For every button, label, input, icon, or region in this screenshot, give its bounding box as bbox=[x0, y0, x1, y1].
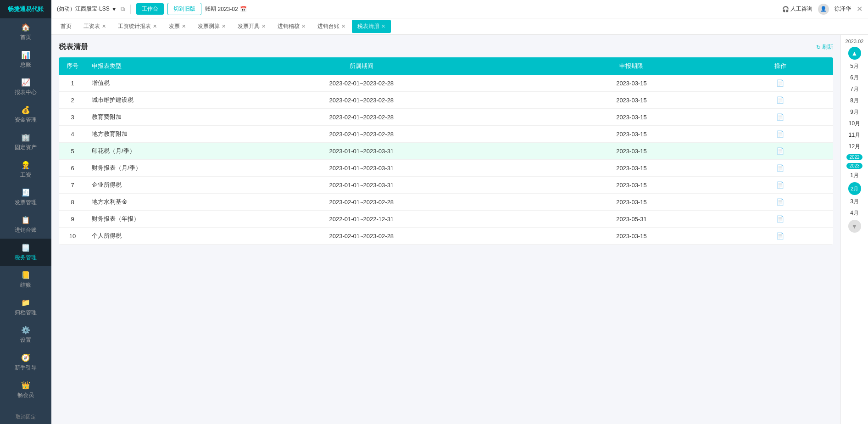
cell-op[interactable]: 📄 bbox=[727, 126, 833, 143]
tab-salary-table-label: 工资表 bbox=[83, 22, 100, 30]
op-icon[interactable]: 📄 bbox=[776, 198, 784, 206]
tab-close-icon[interactable]: ✕ bbox=[222, 23, 226, 29]
cell-op[interactable]: 📄 bbox=[727, 177, 833, 194]
tab-close-icon[interactable]: ✕ bbox=[102, 23, 106, 29]
sidebar-item-report[interactable]: 📈 报表中心 bbox=[0, 73, 51, 101]
month-11[interactable]: 11月 bbox=[843, 129, 866, 141]
page-main: 税表清册 ↻ 刷新 序号 申报表类型 所属期间 申报期限 操作 bbox=[51, 35, 840, 424]
op-icon[interactable]: 📄 bbox=[776, 130, 784, 138]
tab-close-icon[interactable]: ✕ bbox=[341, 23, 345, 29]
month-8[interactable]: 8月 bbox=[843, 95, 866, 106]
month-1[interactable]: 1月 bbox=[843, 170, 866, 181]
username-display[interactable]: 徐泽华 bbox=[835, 5, 851, 13]
workbench-button[interactable]: 工作台 bbox=[136, 3, 164, 15]
app-logo: 畅捷通易代账 bbox=[0, 0, 51, 18]
cell-no: 3 bbox=[59, 109, 86, 126]
tab-home[interactable]: 首页 bbox=[55, 20, 77, 33]
period-label: 账期 bbox=[205, 5, 216, 13]
month-12[interactable]: 12月 bbox=[843, 141, 866, 152]
refresh-button[interactable]: ↻ 刷新 bbox=[816, 43, 833, 51]
cell-op[interactable]: 📄 bbox=[727, 194, 833, 211]
sidebar-item-tax[interactable]: 🗒️ 税务管理 bbox=[0, 239, 51, 266]
op-icon[interactable]: 📄 bbox=[776, 113, 784, 121]
op-icon[interactable]: 📄 bbox=[776, 181, 784, 189]
user-avatar[interactable]: 👤 bbox=[818, 4, 829, 15]
month-6[interactable]: 6月 bbox=[843, 72, 866, 84]
tab-close-icon[interactable]: ✕ bbox=[262, 23, 266, 29]
tab-tax-register[interactable]: 税表清册 ✕ bbox=[352, 20, 391, 33]
cell-op[interactable]: 📄 bbox=[727, 92, 833, 109]
month-3[interactable]: 3月 bbox=[843, 196, 866, 207]
op-icon[interactable]: 📄 bbox=[776, 79, 784, 87]
cell-op[interactable]: 📄 bbox=[727, 211, 833, 228]
sidebar-item-close-account[interactable]: 📒 结账 bbox=[0, 266, 51, 294]
purchase-sales-icon: 📋 bbox=[21, 216, 30, 224]
cell-op[interactable]: 📄 bbox=[727, 109, 833, 126]
op-icon[interactable]: 📄 bbox=[776, 147, 784, 155]
tab-close-icon[interactable]: ✕ bbox=[381, 23, 385, 29]
tab-salary-stats[interactable]: 工资统计报表 ✕ bbox=[112, 20, 162, 33]
tab-invoice[interactable]: 发票 ✕ bbox=[163, 20, 191, 33]
tab-invoice-issue[interactable]: 发票开具 ✕ bbox=[232, 20, 271, 33]
tab-salary-table[interactable]: 工资表 ✕ bbox=[78, 20, 111, 33]
active-month-2[interactable]: 2月 bbox=[848, 182, 861, 195]
company-name: (勿动）江西股宝-LSS bbox=[57, 5, 110, 13]
unpin-button[interactable]: 取消固定 bbox=[0, 410, 51, 424]
sidebar-item-salary[interactable]: 👷 工资 bbox=[0, 156, 51, 184]
op-icon[interactable]: 📄 bbox=[776, 164, 784, 172]
sidebar-item-purchase-sales[interactable]: 📋 进销台账 bbox=[0, 211, 51, 239]
sidebar-item-ledger[interactable]: 📊 总账 bbox=[0, 46, 51, 73]
sidebar-item-guide[interactable]: 🧭 新手引导 bbox=[0, 349, 51, 376]
ai-consult-button[interactable]: 🎧 人工咨询 bbox=[782, 5, 812, 13]
copy-icon[interactable]: ⧉ bbox=[121, 6, 125, 13]
tabbar: 首页 工资表 ✕ 工资统计报表 ✕ 发票 ✕ 发票测算 ✕ 发票开具 ✕ 进销稽… bbox=[51, 18, 868, 35]
sidebar-item-label: 资金管理 bbox=[15, 116, 37, 124]
month-7[interactable]: 7月 bbox=[843, 84, 866, 95]
sidebar-item-invoice[interactable]: 🧾 发票管理 bbox=[0, 184, 51, 211]
tab-purchase-check[interactable]: 进销稽核 ✕ bbox=[272, 20, 311, 33]
table-row: 10 个人所得税 2023-02-01~2023-02-28 2023-03-1… bbox=[59, 228, 833, 245]
table-header: 序号 申报表类型 所属期间 申报期限 操作 bbox=[59, 57, 833, 75]
table-row: 9 财务报表（年报） 2022-01-01~2022-12-31 2023-05… bbox=[59, 211, 833, 228]
switch-version-button[interactable]: 切到旧版 bbox=[167, 3, 201, 15]
sidebar-item-funds[interactable]: 💰 资金管理 bbox=[0, 101, 51, 128]
table-row: 4 地方教育附加 2023-02-01~2023-02-28 2023-03-1… bbox=[59, 126, 833, 143]
tab-close-icon[interactable]: ✕ bbox=[153, 23, 157, 29]
cell-op[interactable]: 📄 bbox=[727, 143, 833, 160]
month-9[interactable]: 9月 bbox=[843, 106, 866, 118]
month-10[interactable]: 10月 bbox=[843, 118, 866, 129]
sidebar-item-assets[interactable]: 🏢 固定资产 bbox=[0, 128, 51, 156]
cell-no: 4 bbox=[59, 126, 86, 143]
sidebar-item-archive[interactable]: 📁 归档管理 bbox=[0, 294, 51, 321]
table-row: 8 地方水利基金 2023-02-01~2023-02-28 2023-03-1… bbox=[59, 194, 833, 211]
cell-no: 9 bbox=[59, 211, 86, 228]
cell-op[interactable]: 📄 bbox=[727, 75, 833, 92]
col-header-period: 所属期间 bbox=[187, 57, 536, 75]
sidebar-item-label: 发票管理 bbox=[15, 199, 37, 206]
sidebar-item-settings[interactable]: ⚙️ 设置 bbox=[0, 321, 51, 349]
month-5[interactable]: 5月 bbox=[843, 61, 866, 72]
op-icon[interactable]: 📄 bbox=[776, 96, 784, 104]
date-panel-up-button[interactable]: ▲ bbox=[848, 47, 861, 60]
op-icon[interactable]: 📄 bbox=[776, 232, 784, 240]
cell-deadline: 2023-05-31 bbox=[536, 211, 728, 228]
company-dropdown-icon: ▼ bbox=[111, 6, 117, 12]
date-panel-down-button[interactable]: ▼ bbox=[848, 220, 861, 233]
cell-no: 6 bbox=[59, 160, 86, 177]
tab-close-icon[interactable]: ✕ bbox=[182, 23, 186, 29]
cell-no: 1 bbox=[59, 75, 86, 92]
sidebar-item-home[interactable]: 🏠 首页 bbox=[0, 18, 51, 46]
tab-close-icon[interactable]: ✕ bbox=[301, 23, 306, 29]
cell-op[interactable]: 📄 bbox=[727, 160, 833, 177]
close-button[interactable]: ✕ bbox=[857, 5, 862, 13]
cell-op[interactable]: 📄 bbox=[727, 228, 833, 245]
calendar-icon[interactable]: 📅 bbox=[240, 6, 247, 12]
company-selector[interactable]: (勿动）江西股宝-LSS ▼ bbox=[57, 5, 117, 13]
month-4[interactable]: 4月 bbox=[843, 207, 866, 219]
op-icon[interactable]: 📄 bbox=[776, 215, 784, 223]
tab-purchase-ledger[interactable]: 进销台账 ✕ bbox=[312, 20, 351, 33]
sidebar-item-vip[interactable]: 👑 畅会员 bbox=[0, 376, 51, 404]
cell-deadline: 2023-03-15 bbox=[536, 92, 728, 109]
tab-invoice-calc[interactable]: 发票测算 ✕ bbox=[192, 20, 231, 33]
guide-icon: 🧭 bbox=[21, 353, 30, 362]
